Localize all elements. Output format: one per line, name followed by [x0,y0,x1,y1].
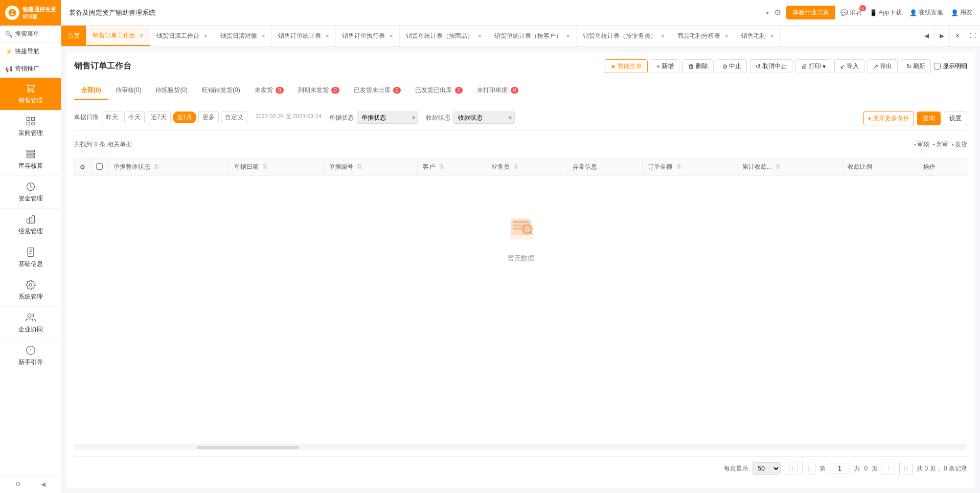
date-custom-btn[interactable]: 自定义 [221,111,247,123]
th-status: 单据整体状态 ⇅ [108,159,229,176]
tab-close-sales-stats[interactable]: ✕ [325,33,329,39]
sort-payment-icon[interactable]: ⇅ [776,163,781,170]
sidebar-item-operations[interactable]: 经营管理 [0,209,61,241]
sub-tab-shipped-no-out[interactable]: 已发货未出库 0 [347,82,408,100]
sort-amount-icon[interactable]: ⇅ [676,163,681,170]
experience-btn[interactable]: 体验行业方案 [786,6,835,19]
sort-number-icon[interactable]: ⇅ [357,163,362,170]
sidebar-item-enterprise[interactable]: 企业协同 [0,307,61,340]
tab-staff-stats[interactable]: 销货单统计表（按业务员） ✕ [577,26,671,46]
sort-staff-icon[interactable]: ⇅ [513,163,518,170]
import-btn[interactable]: ↙ 导入 [834,59,864,73]
sidebar-item-basic-info[interactable]: 基础信息 [0,241,61,274]
tab-sales-workbench[interactable]: 销售订单工作台 ✕ [86,26,150,46]
cancel-stop-btn[interactable]: ↺ 取消中止 [750,59,792,73]
sub-tab-pending-inspect[interactable]: 待拣验货(0) [148,82,195,100]
tab-close-daily-finance[interactable]: ✕ [203,33,208,39]
tab-order-exec[interactable]: 销售订单执行表 ✕ [336,26,400,46]
sub-tab-overdue[interactable]: 到期未发货 0 [291,82,347,100]
page-input[interactable] [830,463,850,474]
page-first-btn[interactable]: ⟨⟨ [785,462,798,475]
payment-select[interactable]: 收款状态 [453,111,515,124]
sub-tab-wangpu[interactable]: 旺铺待发货(0) [195,82,247,100]
sort-status-icon[interactable]: ⇅ [154,163,159,170]
sort-customer-icon[interactable]: ⇅ [439,163,444,170]
message-btn[interactable]: 💬 消息 6 [840,8,862,17]
page-size-select[interactable]: 50 10 20 100 [753,462,781,475]
print-btn[interactable]: 🖨 打印 ▾ [795,59,831,73]
sort-date-icon[interactable]: ⇅ [262,163,267,170]
sidebar-quicknav[interactable]: ⚡ 快捷导航 [0,43,61,60]
expand-icon[interactable]: ▾ [766,9,769,16]
audit-action-btn[interactable]: 审核 [914,140,929,149]
sidebar-item-purchase[interactable]: 采购管理 [0,110,61,143]
sidebar-item-finance[interactable]: 资金管理 [0,176,61,209]
tab-reconciliation[interactable]: 钱货日清对账 ✕ [214,26,272,46]
th-settings[interactable]: ⚙ [75,159,91,176]
online-service-btn[interactable]: 👤 在线客服 [909,8,943,17]
delete-btn[interactable]: 🗑 删除 [682,59,714,73]
smart-gen-btn[interactable]: ★ 智能生单 [605,59,648,73]
refresh-icon: ↻ [906,63,911,70]
settings-btn[interactable]: ⚙ [774,8,781,17]
tab-close-customer-stats[interactable]: ✕ [566,33,570,39]
tab-sales-margin[interactable]: 销售毛利 ✕ [735,26,781,46]
tab-home[interactable]: 首页 [61,26,86,46]
expand-conditions-btn[interactable]: ▾ 展开更多条件 [863,111,914,125]
tab-prev-btn[interactable]: ◀ [919,26,934,46]
status-select[interactable]: 单据状态 [357,111,418,124]
tab-close-sales-workbench[interactable]: ✕ [140,33,144,38]
tab-close-sales-margin[interactable]: ✕ [770,33,774,39]
user-btn[interactable]: 👤 用友 [951,8,972,17]
sidebar-item-inventory[interactable]: 库存核算 [0,143,61,176]
sub-tab-pending-audit[interactable]: 待审核(0) [108,82,149,100]
tab-customer-stats[interactable]: 销货单统计表（按客户） ✕ [488,26,577,46]
tab-close-margin-analysis[interactable]: ✕ [724,33,728,39]
collapse-icon[interactable]: ◀ [41,481,45,488]
sub-tab-shipped-out[interactable]: 已发货已出库 0 [408,82,470,100]
tab-close-reconciliation[interactable]: ✕ [261,33,265,39]
ship-action-btn[interactable]: 发货 [951,140,967,149]
stop-btn[interactable]: ⊘ 中止 [717,59,747,73]
cancel-action-btn[interactable]: 弃审 [932,140,948,149]
scrollbar-thumb[interactable] [197,446,299,449]
show-detail-checkbox[interactable]: 显示明细 [934,62,967,71]
tab-close-all-btn[interactable]: ✕ [949,26,965,46]
date-7days-btn[interactable]: 近7天 [147,111,171,123]
sidebar-item-sales[interactable]: 销售管理 [0,78,61,110]
date-yesterday-btn[interactable]: 昨天 [102,111,122,123]
date-today-btn[interactable]: 今天 [124,111,145,123]
page-last-btn[interactable]: ⟩⟩ [899,462,913,475]
page-prev-btn[interactable]: ⟨ [802,462,815,475]
tab-daily-finance[interactable]: 钱货日清工作台 ✕ [150,26,214,46]
new-btn[interactable]: + 新增 [651,59,679,73]
app-download-btn[interactable]: 📱 App下载 [870,8,902,17]
date-1month-btn[interactable]: 近1月 [173,111,197,123]
select-all-checkbox[interactable] [96,163,103,170]
tab-next-btn[interactable]: ▶ [934,26,949,46]
tab-close-staff-stats[interactable]: ✕ [660,33,665,39]
sub-tab-unshipped[interactable]: 未发货 0 [247,82,291,100]
tab-close-order-exec[interactable]: ✕ [389,33,393,39]
settings-icon[interactable]: ⚙ [15,481,21,488]
sidebar-marketing[interactable]: 📢 营销推广 [0,60,61,78]
query-btn[interactable]: 查询 [917,111,941,125]
date-more-btn[interactable]: 更多 [198,111,219,123]
tab-sales-stats[interactable]: 销售订单统计表 ✕ [272,26,336,46]
filter-setting-btn[interactable]: 设置 [944,111,967,125]
tab-close-goods-stats[interactable]: ✕ [477,33,482,39]
sub-tab-all[interactable]: 全部(0) [74,82,108,100]
sidebar-search[interactable]: 🔍 搜索菜单 [0,26,61,43]
sub-tab-unprinted[interactable]: 未打印单据 0 [470,82,526,100]
page-content: 销售订单工作台 ★ 智能生单 + 新增 🗑 删除 ⊘ [61,47,980,493]
th-checkbox[interactable] [91,159,108,176]
tab-fullscreen-btn[interactable]: ⛶ [965,26,980,46]
refresh-btn[interactable]: ↻ 刷新 [901,59,931,73]
page-next-btn[interactable]: ⟩ [882,462,895,475]
show-detail-input[interactable] [934,63,941,70]
tab-goods-stats[interactable]: 销货单统计表（按商品） ✕ [400,26,488,46]
sidebar-item-newbie[interactable]: 新手引导 [0,340,61,372]
tab-margin-analysis[interactable]: 商品毛利分析表 ✕ [671,26,735,46]
sidebar-item-system[interactable]: 系统管理 [0,274,61,307]
export-btn[interactable]: ↗ 导出 [868,59,898,73]
